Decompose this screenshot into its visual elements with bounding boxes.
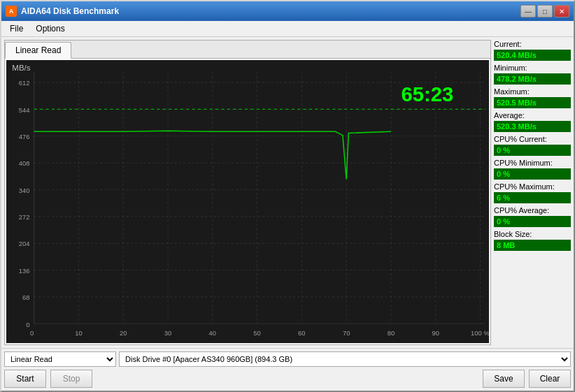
bottom-row2-right: Save Clear	[483, 370, 571, 388]
title-bar: A AIDA64 Disk Benchmark — □ ✕	[1, 1, 574, 21]
svg-text:0: 0	[26, 320, 29, 328]
chart-panel: Linear Read MB/s 612 544	[4, 40, 491, 345]
bottom-row2-left: Start Stop	[4, 370, 92, 388]
minimum-value: 478.2 MB/s	[494, 73, 571, 85]
svg-text:60: 60	[298, 329, 305, 337]
stat-current: Current: 520.4 MB/s	[494, 40, 571, 61]
cpu-current-value: 0 %	[494, 145, 571, 156]
svg-text:272: 272	[19, 213, 30, 221]
svg-text:40: 40	[209, 329, 216, 337]
svg-text:136: 136	[19, 267, 30, 275]
cpu-maximum-value: 6 %	[494, 192, 571, 203]
chart-svg: MB/s 612 544 476 408	[6, 60, 489, 343]
bottom-row2: Start Stop Save Clear	[4, 370, 571, 388]
svg-text:30: 30	[164, 329, 171, 337]
svg-text:340: 340	[19, 187, 30, 194]
svg-text:70: 70	[343, 329, 350, 337]
cpu-minimum-label: CPU% Minimum:	[494, 159, 571, 167]
bottom-controls: Linear Read Linear Write Random Read Ran…	[1, 348, 574, 391]
svg-text:MB/s: MB/s	[12, 63, 30, 72]
maximum-value: 520.5 MB/s	[494, 97, 571, 108]
title-bar-buttons: — □ ✕	[520, 5, 569, 17]
app-icon: A	[6, 6, 17, 17]
menu-file[interactable]: File	[4, 22, 29, 35]
stat-cpu-maximum: CPU% Maximum: 6 %	[494, 182, 571, 203]
stat-cpu-current: CPU% Current: 0 %	[494, 135, 571, 156]
svg-text:90: 90	[432, 329, 439, 337]
test-type-select[interactable]: Linear Read Linear Write Random Read Ran…	[4, 351, 116, 367]
svg-text:544: 544	[19, 106, 30, 114]
cpu-average-label: CPU% Average:	[494, 206, 571, 215]
svg-text:408: 408	[19, 159, 30, 167]
stat-cpu-minimum: CPU% Minimum: 0 %	[494, 159, 571, 180]
bottom-row1: Linear Read Linear Write Random Read Ran…	[4, 351, 571, 367]
minimum-label: Minimum:	[494, 64, 571, 72]
stat-maximum: Maximum: 520.5 MB/s	[494, 87, 571, 108]
current-label: Current:	[494, 40, 571, 48]
tab-bar: Linear Read	[5, 41, 490, 59]
svg-text:20: 20	[120, 329, 127, 337]
stat-average: Average: 520.3 MB/s	[494, 111, 571, 132]
svg-text:10: 10	[75, 329, 82, 337]
stop-button[interactable]: Stop	[50, 370, 92, 388]
stat-cpu-average: CPU% Average: 0 %	[494, 206, 571, 227]
main-window: A AIDA64 Disk Benchmark — □ ✕ File Optio…	[0, 0, 575, 392]
svg-text:0: 0	[30, 329, 34, 337]
clear-button[interactable]: Clear	[529, 370, 571, 388]
minimize-button[interactable]: —	[520, 5, 536, 17]
window-title: AIDA64 Disk Benchmark	[21, 6, 119, 16]
cpu-maximum-label: CPU% Maximum:	[494, 182, 571, 191]
stat-block-size: Block Size: 8 MB	[494, 230, 571, 251]
svg-text:612: 612	[19, 79, 30, 87]
close-button[interactable]: ✕	[554, 5, 569, 17]
block-size-value: 8 MB	[494, 240, 571, 251]
chart-area: MB/s 612 544 476 408	[6, 60, 489, 343]
start-button[interactable]: Start	[4, 370, 46, 388]
current-value: 520.4 MB/s	[494, 50, 571, 61]
cpu-average-value: 0 %	[494, 216, 571, 227]
svg-text:50: 50	[253, 329, 260, 337]
menu-options[interactable]: Options	[30, 22, 70, 35]
average-label: Average:	[494, 111, 571, 119]
drive-select[interactable]: Disk Drive #0 [Apacer AS340 960GB] (894.…	[119, 351, 571, 367]
tab-linear-read[interactable]: Linear Read	[5, 42, 71, 59]
svg-text:204: 204	[19, 240, 30, 247]
cpu-minimum-value: 0 %	[494, 168, 571, 180]
svg-text:476: 476	[19, 133, 30, 140]
average-value: 520.3 MB/s	[494, 121, 571, 132]
stats-panel: Current: 520.4 MB/s Minimum: 478.2 MB/s …	[494, 40, 571, 345]
save-button[interactable]: Save	[483, 370, 525, 388]
svg-text:68: 68	[22, 293, 29, 301]
menu-bar: File Options	[1, 21, 574, 37]
block-size-label: Block Size:	[494, 230, 571, 238]
svg-text:100 %: 100 %	[471, 329, 489, 337]
cpu-current-label: CPU% Current:	[494, 135, 571, 143]
svg-text:65:23: 65:23	[402, 82, 454, 105]
svg-text:80: 80	[388, 329, 395, 337]
maximize-button[interactable]: □	[537, 5, 553, 17]
content-area: Linear Read MB/s 612 544	[1, 37, 574, 348]
maximum-label: Maximum:	[494, 87, 571, 96]
title-bar-left: A AIDA64 Disk Benchmark	[6, 6, 119, 17]
stat-minimum: Minimum: 478.2 MB/s	[494, 64, 571, 85]
